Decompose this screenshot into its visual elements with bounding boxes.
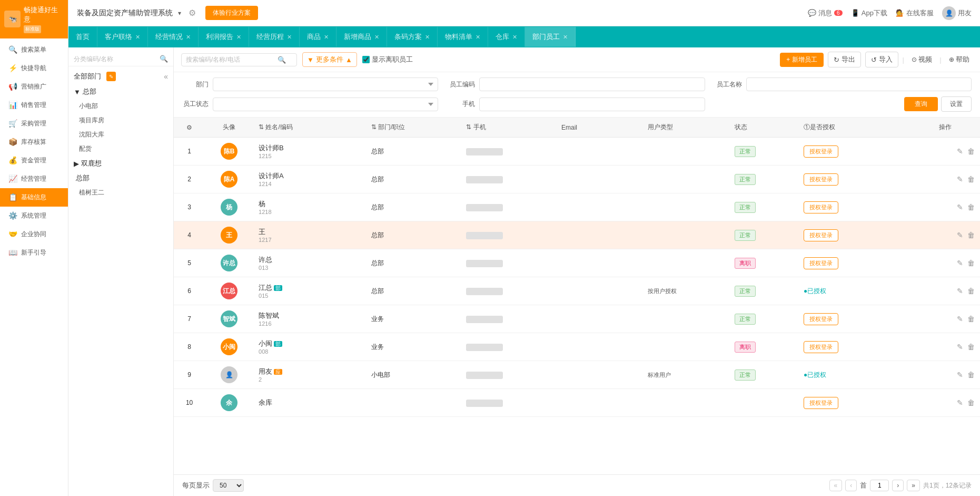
search-input[interactable] [186,56,275,63]
row-auth[interactable]: 授权登录 [798,249,911,277]
sidebar-item-purchase[interactable]: 🛒 采购管理 [0,114,68,133]
row-auth[interactable]: 授权登录 [798,166,911,193]
tab-close-barcode[interactable]: ✕ [425,34,430,41]
sidebar-item-search[interactable]: 🔍 搜索菜单 [0,41,68,59]
view-btn[interactable]: ⊙ 视频 [908,52,935,67]
authorize-btn[interactable]: 授权登录 [804,341,838,353]
last-page-btn[interactable]: » [907,480,920,491]
delete-btn[interactable]: 🗑 [967,287,975,295]
tab-barcode[interactable]: 条码方案 ✕ [387,27,438,47]
tab-close-operation-status[interactable]: ✕ [186,34,191,41]
tab-close-employee[interactable]: ✕ [563,34,568,41]
message-btn[interactable]: 💬 消息 6 [808,8,843,18]
prev-page-btn[interactable]: ‹ [845,480,857,491]
row-auth[interactable]: 授权登录 [798,333,911,361]
filter-dept-select[interactable] [213,77,438,91]
edit-btn[interactable]: ✎ [957,343,963,351]
edit-btn[interactable]: ✎ [957,175,963,183]
tab-close-new-goods[interactable]: ✕ [374,34,379,41]
show-resigned-toggle[interactable]: 显示离职员工 [362,55,413,64]
tab-close-history[interactable]: ✕ [287,34,292,41]
show-resigned-checkbox[interactable] [362,56,370,63]
authorize-btn[interactable]: 授权登录 [804,145,838,158]
tree-search-icon[interactable]: 🔍 [160,55,168,63]
tab-close-profit[interactable]: ✕ [236,34,241,41]
sidebar-item-system[interactable]: ⚙️ 系统管理 [0,207,68,225]
tab-customer[interactable]: 客户联络 ✕ [97,27,148,47]
authorize-btn[interactable]: 授权登录 [804,397,838,409]
edit-btn[interactable]: ✎ [957,203,963,211]
tree-item-project-room[interactable]: 项目库房 [68,113,173,128]
sidebar-item-quick[interactable]: ⚡ 快捷导航 [0,59,68,77]
edit-btn[interactable]: ✎ [957,147,963,155]
filter-empcode-input[interactable] [479,77,705,91]
authorize-btn[interactable]: 授权登录 [804,173,838,186]
edit-btn[interactable]: ✎ [957,371,963,379]
edit-btn[interactable]: ✎ [957,315,963,323]
delete-btn[interactable]: 🗑 [967,343,975,351]
tab-bom[interactable]: 物料清单 ✕ [438,27,488,47]
tree-parent-headquarter[interactable]: 总部 [68,171,173,186]
sidebar-item-inventory[interactable]: 📦 库存核算 [0,133,68,151]
export-btn[interactable]: ↻ 导出 [828,52,861,67]
import-btn[interactable]: ↺ 导入 [865,52,898,67]
tree-parent-general[interactable]: ▼ 总部 [68,84,173,99]
page-input[interactable] [870,480,889,491]
tab-close-customer[interactable]: ✕ [135,34,140,41]
tree-item-delivery[interactable]: 配货 [68,142,173,156]
sidebar-item-collab[interactable]: 🤝 企业协同 [0,225,68,244]
tab-close-bom[interactable]: ✕ [476,34,480,41]
row-auth[interactable]: 授权登录 [798,193,911,221]
first-page-btn[interactable]: « [829,480,843,491]
sidebar-item-sales[interactable]: 📊 销售管理 [0,96,68,114]
delete-btn[interactable]: 🗑 [967,398,975,407]
delete-btn[interactable]: 🗑 [967,315,975,323]
edit-btn[interactable]: ✎ [957,398,963,407]
per-page-select[interactable]: 50 100 [213,479,244,492]
tree-search-input[interactable] [74,55,160,63]
tab-profit[interactable]: 利润报告 ✕ [199,27,249,47]
gear-icon[interactable]: ⚙ [189,8,196,18]
help-btn[interactable]: ⊕ 帮助 [946,52,973,67]
tree-item-small-elec[interactable]: 小电部 [68,99,173,113]
edit-btn[interactable]: ✎ [957,287,963,295]
row-auth[interactable]: 授权登录 [798,138,911,166]
authorize-btn[interactable]: 授权登录 [804,229,838,241]
tab-new-goods[interactable]: 新增商品 ✕ [336,27,387,47]
tree-parent-double-deer[interactable]: ▶ 双鹿想 [68,156,173,171]
next-page-btn[interactable]: › [892,480,904,491]
sidebar-item-finance[interactable]: 💰 资金管理 [0,151,68,170]
app-download-btn[interactable]: 📱 App下载 [851,8,887,18]
row-auth[interactable]: 授权登录 [798,305,911,333]
filter-status-select[interactable] [213,98,438,111]
delete-btn[interactable]: 🗑 [967,203,975,211]
delete-btn[interactable]: 🗑 [967,259,975,267]
delete-btn[interactable]: 🗑 [967,175,975,183]
tree-edit-icon[interactable]: ✎ [106,72,116,81]
tab-home[interactable]: 首页 [68,27,97,47]
filter-empname-input[interactable] [746,77,972,91]
online-service-btn[interactable]: 💁 在线客服 [896,8,934,18]
user-btn[interactable]: 👤 用友 [942,6,972,20]
filter-phone-input[interactable] [479,98,705,111]
authorize-btn[interactable]: 授权登录 [804,201,838,213]
tree-item-plant-tree[interactable]: 植树王二 [68,186,173,200]
tab-operation-status[interactable]: 经营情况 ✕ [148,27,199,47]
tab-history[interactable]: 经营历程 ✕ [249,27,300,47]
authorize-btn[interactable]: 授权登录 [804,257,838,269]
edit-btn[interactable]: ✎ [957,231,963,239]
row-auth[interactable]: 授权登录 [798,221,911,249]
toolbar-search-icon[interactable]: 🔍 [278,56,286,64]
tree-item-shenyang[interactable]: 沈阳大库 [68,128,173,142]
delete-btn[interactable]: 🗑 [967,147,975,155]
add-employee-btn[interactable]: + 新增员工 [780,53,823,67]
tab-employee[interactable]: 部门员工 ✕ [525,27,576,47]
delete-btn[interactable]: 🗑 [967,371,975,379]
row-auth[interactable]: 授权登录 [798,389,911,417]
delete-btn[interactable]: 🗑 [967,231,975,239]
settings-btn[interactable]: 设置 [941,96,972,112]
sidebar-item-guide[interactable]: 📖 新手引导 [0,244,68,262]
sidebar-item-operation[interactable]: 📈 经营管理 [0,170,68,188]
sidebar-item-marketing[interactable]: 📢 营销推广 [0,77,68,96]
tab-warehouse[interactable]: 仓库 ✕ [488,27,525,47]
